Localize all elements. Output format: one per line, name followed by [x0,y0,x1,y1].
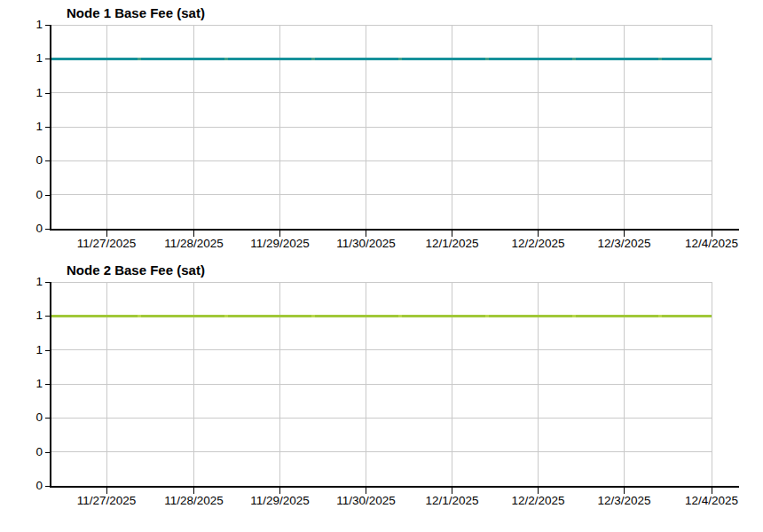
series-point-marker [485,315,489,317]
x-axis-tick-mark [712,231,712,237]
y-axis-line [50,282,51,488]
series-point-marker [224,58,228,60]
x-axis-tick-label: 11/27/2025 [64,237,149,250]
y-axis-tick-label: 1 [7,119,43,135]
x-axis-tick-mark [366,488,366,494]
x-axis-tick-label: 11/30/2025 [324,237,409,250]
x-gridline [452,25,452,229]
y-axis-tick-label: 0 [7,410,43,426]
series-point-marker [398,58,402,60]
x-axis-tick-mark [106,488,107,494]
x-axis-tick-label: 11/29/2025 [238,237,323,250]
series-point-marker [311,315,315,317]
x-gridline [106,25,107,229]
x-axis-tick-mark [279,488,280,494]
y-axis-tick-label: 1 [7,376,43,392]
x-axis-tick-label: 12/3/2025 [582,494,667,507]
x-gridline [193,25,194,229]
series-point-marker [138,315,141,317]
series-point-marker [572,58,576,60]
y-gridline [51,418,712,419]
x-axis-tick-mark [538,488,539,494]
series-point-marker [311,58,315,60]
x-gridline [366,282,366,486]
x-axis-tick-label: 12/3/2025 [582,237,667,250]
y-axis-tick-label: 1 [7,274,43,290]
y-gridline [51,194,712,195]
series-point-marker [224,315,228,317]
x-axis-tick-label: 12/4/2025 [669,494,754,507]
chart2-title: Node 2 Base Fee (sat) [67,262,205,278]
y-gridline [51,282,712,283]
y-axis-tick-label: 1 [7,308,43,324]
x-axis-tick-mark [624,488,625,494]
x-gridline [712,282,712,486]
x-axis-tick-mark [452,488,452,494]
y-axis-tick-label: 1 [7,85,43,101]
y-axis-tick-label: 0 [7,478,43,494]
y-axis-tick-label: 1 [7,51,43,66]
series-point-marker [572,315,576,317]
x-gridline [452,282,452,486]
x-gridline [538,282,539,486]
series-line [51,315,712,317]
x-gridline [624,282,625,486]
x-axis-tick-mark [712,488,712,494]
x-axis-tick-label: 12/1/2025 [410,494,495,507]
x-axis-tick-label: 11/29/2025 [238,494,323,507]
y-gridline [51,92,712,93]
x-axis-tick-mark [279,231,280,237]
chart-canvas: Node 1 Base Fee (sat) 111100011/27/20251… [0,0,763,532]
x-gridline [279,282,280,486]
y-gridline [51,384,712,385]
y-axis-line [50,25,51,231]
chart1-title: Node 1 Base Fee (sat) [67,5,205,20]
x-axis-line [50,486,739,488]
x-axis-tick-label: 12/4/2025 [669,237,754,250]
y-axis-tick-label: 0 [7,221,43,237]
x-axis-line [50,229,739,231]
x-axis-tick-mark [193,488,194,494]
x-axis-tick-label: 12/2/2025 [496,494,581,507]
x-gridline [624,25,625,229]
x-gridline [193,282,194,486]
x-axis-tick-mark [106,231,107,237]
y-axis-tick-label: 1 [7,17,43,33]
series-line [51,58,712,60]
x-axis-tick-mark [624,231,625,237]
x-axis-tick-label: 11/28/2025 [152,237,237,250]
series-point-marker [658,315,662,317]
x-axis-tick-label: 11/27/2025 [64,494,149,507]
x-axis-tick-label: 11/30/2025 [324,494,409,507]
x-axis-tick-label: 11/28/2025 [152,494,237,507]
y-gridline [51,349,712,350]
y-axis-tick-label: 0 [7,187,43,203]
y-gridline [51,127,712,128]
y-gridline [51,160,712,161]
series-point-marker [658,58,662,60]
x-gridline [538,25,539,229]
x-axis-tick-mark [366,231,366,237]
x-axis-tick-mark [538,231,539,237]
x-gridline [279,25,280,229]
y-axis-tick-label: 1 [7,342,43,358]
x-axis-tick-mark [193,231,194,237]
x-gridline [366,25,366,229]
x-axis-tick-mark [452,231,452,237]
x-gridline [712,25,712,229]
y-axis-tick-label: 0 [7,444,43,460]
y-gridline [51,25,712,26]
series-point-marker [138,58,141,60]
y-gridline [51,451,712,452]
x-gridline [106,282,107,486]
x-axis-tick-label: 12/2/2025 [496,237,581,250]
y-axis-tick-label: 0 [7,153,43,168]
series-point-marker [398,315,402,317]
series-point-marker [485,58,489,60]
x-axis-tick-label: 12/1/2025 [410,237,495,250]
